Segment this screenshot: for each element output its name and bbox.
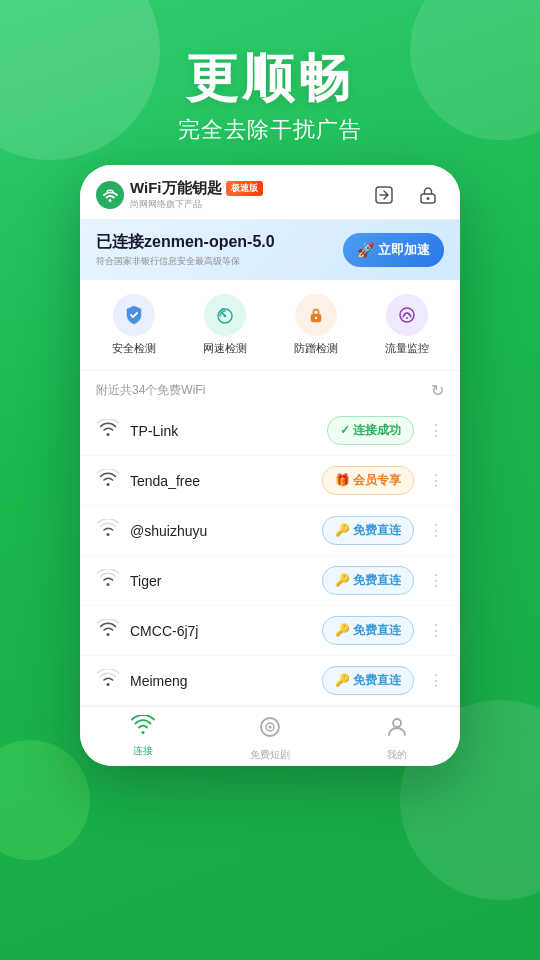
tp-link-connect-btn[interactable]: ✓ 连接成功 (327, 416, 414, 445)
wifi-signal-tiger (96, 569, 120, 592)
wifi-name-shuizhuyu: @shuizhuyu (130, 523, 312, 539)
speedometer-icon (214, 304, 236, 326)
user-icon (385, 715, 409, 739)
hero-subtitle: 完全去除干扰广告 (0, 115, 540, 145)
app-name-block: WiFi万能钥匙 极速版 尚网网络旗下产品 (130, 179, 263, 211)
wifi-icon-meimeng (97, 669, 119, 687)
wifi-signal-tp-link (96, 419, 120, 442)
wifi-item-tp-link: TP-Link ✓ 连接成功 ⋮ (80, 406, 460, 456)
bottom-nav: 连接 免费短剧 我的 (80, 706, 460, 766)
tool-security-label: 安全检测 (112, 341, 156, 356)
wifi-signal-tenda (96, 469, 120, 492)
phone-mockup: WiFi万能钥匙 极速版 尚网网络旗下产品 (80, 165, 460, 766)
tiger-free-btn[interactable]: 🔑 免费直连 (322, 566, 414, 595)
wifi-list: TP-Link ✓ 连接成功 ⋮ Tenda_free 🎁 会员专享 ⋮ (80, 406, 460, 706)
svg-point-8 (314, 317, 316, 319)
wifi-icon-shui (97, 519, 119, 537)
nav-connect[interactable]: 连接 (80, 715, 207, 762)
cmcc-more[interactable]: ⋮ (428, 621, 444, 640)
share-button[interactable] (368, 179, 400, 211)
tp-link-more[interactable]: ⋮ (428, 421, 444, 440)
connected-name: 已连接zenmen-open-5.0 (96, 232, 343, 253)
connected-banner: 已连接zenmen-open-5.0 符合国家非银行信息安全最高级等保 🚀 立即… (80, 220, 460, 280)
wifi-signal-cmcc (96, 619, 120, 642)
tool-speed-label: 网速检测 (203, 341, 247, 356)
wifi-item-shuizhuyu: @shuizhuyu 🔑 免费直连 ⋮ (80, 506, 460, 556)
tool-traffic-label: 流量监控 (385, 341, 429, 356)
speed-icon-circle (204, 294, 246, 336)
wifi-signal-shuizhuyu (96, 519, 120, 542)
app-logo: WiFi万能钥匙 极速版 尚网网络旗下产品 (96, 179, 263, 211)
wifi-item-tenda: Tenda_free 🎁 会员专享 ⋮ (80, 456, 460, 506)
traffic-icon-circle (386, 294, 428, 336)
wifi-icon (97, 419, 119, 437)
wifi-icon-cmcc (97, 619, 119, 637)
play-circle-icon (258, 715, 282, 739)
shuizhuyu-more[interactable]: ⋮ (428, 521, 444, 540)
connected-desc: 符合国家非银行信息安全最高级等保 (96, 255, 343, 268)
wifi-list-header: 附近共34个免费WiFi ↻ (80, 371, 460, 406)
wifi-name-cmcc: CMCC-6j7j (130, 623, 312, 639)
wifi-name-meimeng: Meimeng (130, 673, 312, 689)
nav-videos[interactable]: 免费短剧 (207, 715, 334, 762)
wifi-icon-tenda (97, 469, 119, 487)
wifi-icon-tiger (97, 569, 119, 587)
rocket-icon: 🚀 (357, 242, 374, 258)
tool-guard[interactable]: 防蹭检测 (294, 294, 338, 356)
shield-icon (123, 304, 145, 326)
app-name-row: WiFi万能钥匙 极速版 (130, 179, 263, 198)
wifi-name-tiger: Tiger (130, 573, 312, 589)
speed-badge: 极速版 (226, 181, 263, 196)
nav-connect-label: 连接 (133, 744, 153, 758)
app-name: WiFi万能钥匙 (130, 179, 222, 198)
nav-profile[interactable]: 我的 (333, 715, 460, 762)
boost-button[interactable]: 🚀 立即加速 (343, 233, 444, 267)
tool-guard-label: 防蹭检测 (294, 341, 338, 356)
svg-point-13 (269, 726, 272, 729)
connect-nav-icon (131, 715, 155, 741)
tenda-vip-btn[interactable]: 🎁 会员专享 (322, 466, 414, 495)
svg-point-4 (427, 197, 430, 200)
wifi-nav-icon (131, 715, 155, 735)
lock-icon (417, 184, 439, 206)
cmcc-free-btn[interactable]: 🔑 免费直连 (322, 616, 414, 645)
lock-guard-icon (305, 304, 327, 326)
svg-point-14 (393, 719, 401, 727)
shuizhuyu-free-btn[interactable]: 🔑 免费直连 (322, 516, 414, 545)
wifi-name-tp-link: TP-Link (130, 423, 317, 439)
video-nav-icon (258, 715, 282, 745)
meimeng-free-btn[interactable]: 🔑 免费直连 (322, 666, 414, 695)
hero-section: 更顺畅 完全去除干扰广告 (0, 0, 540, 165)
hero-title: 更顺畅 (0, 50, 540, 107)
app-logo-icon (96, 181, 124, 209)
svg-point-9 (400, 308, 414, 322)
lock-button[interactable] (412, 179, 444, 211)
svg-point-0 (96, 181, 124, 209)
boost-label: 立即加速 (378, 241, 430, 259)
tiger-more[interactable]: ⋮ (428, 571, 444, 590)
svg-point-10 (406, 317, 408, 319)
app-header: WiFi万能钥匙 极速版 尚网网络旗下产品 (80, 165, 460, 220)
wifi-item-meimeng: Meimeng 🔑 免费直连 ⋮ (80, 656, 460, 706)
app-sub: 尚网网络旗下产品 (130, 198, 263, 211)
meimeng-more[interactable]: ⋮ (428, 671, 444, 690)
tenda-more[interactable]: ⋮ (428, 471, 444, 490)
share-icon (373, 184, 395, 206)
tool-traffic[interactable]: 流量监控 (385, 294, 429, 356)
svg-point-6 (223, 315, 225, 317)
wifi-name-tenda: Tenda_free (130, 473, 312, 489)
profile-nav-icon (385, 715, 409, 745)
tool-speed[interactable]: 网速检测 (203, 294, 247, 356)
wifi-signal-meimeng (96, 669, 120, 692)
svg-point-1 (109, 199, 112, 202)
nav-profile-label: 我的 (387, 748, 407, 762)
wifi-item-tiger: Tiger 🔑 免费直连 ⋮ (80, 556, 460, 606)
nav-videos-label: 免费短剧 (250, 748, 290, 762)
header-icons (368, 179, 444, 211)
guard-icon-circle (295, 294, 337, 336)
signal-monitor-icon (396, 304, 418, 326)
refresh-button[interactable]: ↻ (431, 381, 444, 400)
quick-tools: 安全检测 网速检测 防蹭检测 (80, 280, 460, 371)
tool-security[interactable]: 安全检测 (112, 294, 156, 356)
wifi-count: 附近共34个免费WiFi (96, 382, 205, 399)
